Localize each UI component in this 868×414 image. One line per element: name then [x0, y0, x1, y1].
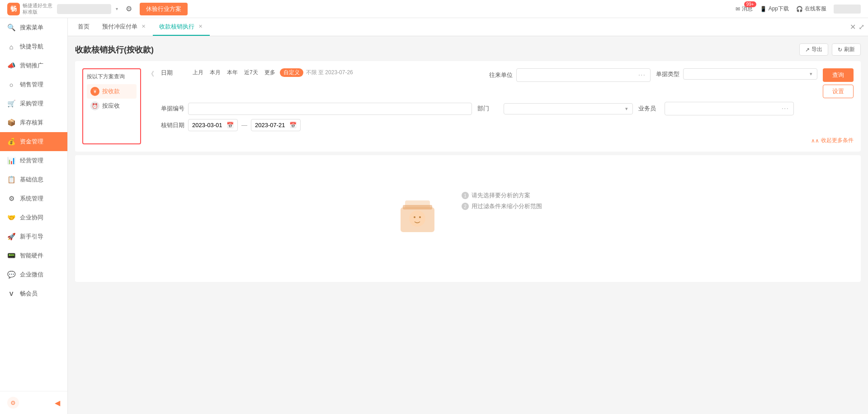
doc-type-chevron-icon: ▾: [810, 71, 812, 77]
tab-close-all-icon[interactable]: ✕: [850, 23, 856, 31]
customer-service-button[interactable]: 🎧 在线客服: [796, 5, 826, 13]
sidebar-collapse-button[interactable]: ◀: [55, 399, 60, 407]
refresh-button[interactable]: ↻ 刷新: [832, 43, 861, 56]
message-badge: 99+: [744, 1, 756, 7]
clipboard-icon: 📋: [7, 176, 15, 184]
sidebar: 🔍 搜索菜单 ⌂ 快捷导航 📣 营销推广 ○ 销售管理 🛒 采购管理 📦 库存核…: [0, 18, 68, 414]
box-icon: 📦: [7, 119, 15, 127]
doc-number-input[interactable]: [188, 103, 472, 115]
date-btn-this-year[interactable]: 本年: [225, 68, 240, 77]
svg-point-3: [409, 210, 425, 227]
search-icon: 🔍: [7, 24, 15, 32]
handshake-icon: 🤝: [7, 214, 15, 222]
gear-icon: ⚙: [7, 195, 15, 203]
sidebar-item-wechat[interactable]: 💬 企业微信: [0, 265, 67, 284]
sidebar-item-member[interactable]: V 畅会员: [0, 284, 67, 303]
sidebar-item-marketing[interactable]: 📣 营销推广: [0, 56, 67, 75]
export-icon: ↗: [805, 47, 810, 53]
sidebar-item-inventory[interactable]: 📦 库存核算: [0, 113, 67, 132]
svg-point-4: [414, 216, 415, 218]
circle-icon: ○: [7, 81, 15, 89]
calendar-end-icon: 📅: [289, 122, 297, 128]
chevron-down-icon[interactable]: ▾: [116, 6, 118, 11]
tab-prepay[interactable]: 预付冲应付单 ✕: [96, 18, 153, 36]
sidebar-item-label: 资金管理: [20, 138, 43, 146]
settings-gear-button[interactable]: ⚙: [123, 3, 135, 15]
tab-bar-actions: ✕ ⤢: [850, 23, 864, 31]
sidebar-item-hardware[interactable]: 📟 智能硬件: [0, 246, 67, 265]
tab-receivable-close-icon[interactable]: ✕: [197, 24, 203, 30]
doc-type-select[interactable]: ▾: [683, 68, 817, 80]
export-button[interactable]: ↗ 导出: [799, 43, 828, 56]
top-bar-right: ✉ 消息 99+ 📱 App下载 🎧 在线客服: [736, 5, 861, 14]
query-button[interactable]: 查询: [823, 68, 854, 82]
date-btn-last-month[interactable]: 上月: [191, 68, 205, 77]
sidebar-bottom: ⚙ ◀: [0, 391, 67, 414]
sidebar-item-search-menu[interactable]: 🔍 搜索菜单: [0, 18, 67, 37]
page-actions: ↗ 导出 ↻ 刷新: [799, 43, 861, 56]
filter-sidebar-title: 按以下方案查询: [87, 73, 137, 81]
tab-prepay-label: 预付冲应付单: [102, 23, 137, 31]
empty-content: 1 请先选择要分析的方案 2 用过滤条件来缩小分析范围: [394, 191, 542, 246]
department-chevron-icon: ▾: [625, 106, 628, 112]
app-download-button[interactable]: 📱 App下载: [760, 5, 789, 13]
counterparty-label: 往来单位: [489, 71, 513, 79]
app-name: 畅捷通好生意 标准版: [23, 3, 52, 14]
filter-option-by-receivable[interactable]: ⏰ 按应收: [87, 99, 137, 113]
sidebar-item-basic-info[interactable]: 📋 基础信息: [0, 170, 67, 189]
app-logo: 畅 畅捷通好生意 标准版: [7, 3, 52, 15]
tab-expand-icon[interactable]: ⤢: [859, 23, 864, 31]
setting-button[interactable]: 设置: [823, 85, 854, 98]
sidebar-item-label: 经营管理: [20, 157, 43, 165]
phone-icon: 📱: [760, 6, 767, 12]
sidebar-item-operation[interactable]: 📊 经营管理: [0, 151, 67, 170]
content-area: 首页 预付冲应付单 ✕ 收款核销执行 ✕ ✕ ⤢ 收款核销执行(按收款): [68, 18, 868, 414]
tab-home-label: 首页: [78, 23, 90, 31]
filter-collapse-button[interactable]: 《: [146, 70, 156, 78]
salesperson-ellipsis: ···: [782, 105, 789, 113]
sidebar-item-label: 库存核算: [20, 119, 43, 127]
svg-rect-2: [403, 205, 432, 209]
message-button[interactable]: ✉ 消息 99+: [736, 5, 753, 13]
write-off-date-label: 核销日期: [161, 121, 184, 129]
tab-home[interactable]: 首页: [71, 18, 96, 36]
tab-prepay-close-icon[interactable]: ✕: [140, 24, 146, 30]
chevron-up-icon: ∧∧: [811, 138, 819, 144]
counterparty-ellipsis: ···: [638, 71, 646, 79]
logo-icon: 畅: [7, 3, 20, 15]
sidebar-item-enterprise[interactable]: 🤝 企业协同: [0, 208, 67, 227]
date-btn-this-month[interactable]: 本月: [208, 68, 222, 77]
date-btn-7days[interactable]: 近7天: [242, 68, 260, 77]
write-off-date-end-input[interactable]: 2023-07-21 📅: [251, 119, 301, 131]
message-icon: ✉: [736, 6, 740, 12]
date-btn-more[interactable]: 更多: [263, 68, 277, 77]
sidebar-item-quick-nav[interactable]: ⌂ 快捷导航: [0, 37, 67, 56]
sidebar-item-purchase[interactable]: 🛒 采购管理: [0, 94, 67, 113]
date-quick-buttons: 上月 本月 本年 近7天 更多 自定义 不限 至 2023-07-26: [191, 68, 353, 77]
filter-row-date: 日期 上月 本月 本年 近7天 更多 自定义 不限 至 2023-07-26: [161, 68, 484, 77]
sidebar-settings-button[interactable]: ⚙: [7, 397, 19, 409]
filter-option-by-receipt[interactable]: ¥ 按收款: [87, 84, 137, 99]
department-label: 部门: [477, 105, 500, 113]
chart-icon: 📊: [7, 157, 15, 165]
counterparty-input[interactable]: ···: [516, 68, 651, 82]
date-btn-custom[interactable]: 自定义: [280, 68, 303, 77]
sidebar-item-finance[interactable]: 💰 资金管理: [0, 132, 67, 151]
tab-receivable-label: 收款核销执行: [159, 23, 194, 31]
cart-icon: 🛒: [7, 100, 15, 108]
department-select[interactable]: ▾: [504, 103, 633, 114]
date-separator: —: [241, 122, 247, 128]
sidebar-item-label: 销售管理: [20, 81, 43, 89]
page-header: 收款核销执行(按收款) ↗ 导出 ↻ 刷新: [75, 43, 861, 56]
sidebar-item-guide[interactable]: 🚀 新手引导: [0, 227, 67, 246]
hint1-text: 请先选择要分析的方案: [472, 191, 530, 200]
top-bar: 畅 畅捷通好生意 标准版 ▾ ⚙ 休验行业方案 ✉ 消息 99+ 📱 App下载…: [0, 0, 868, 18]
salesperson-input[interactable]: ···: [665, 102, 794, 115]
sidebar-item-sales[interactable]: ○ 销售管理: [0, 75, 67, 94]
collapse-more-button[interactable]: ∧∧ 收起更多条件: [811, 137, 854, 144]
write-off-date-start-input[interactable]: 2023-03-01 📅: [188, 119, 238, 131]
tab-receivable[interactable]: 收款核销执行 ✕: [153, 18, 210, 36]
sidebar-item-system[interactable]: ⚙ 系统管理: [0, 189, 67, 208]
page-content: 收款核销执行(按收款) ↗ 导出 ↻ 刷新 按以下方案查询: [68, 36, 868, 414]
industry-solution-button[interactable]: 休验行业方案: [140, 3, 188, 15]
